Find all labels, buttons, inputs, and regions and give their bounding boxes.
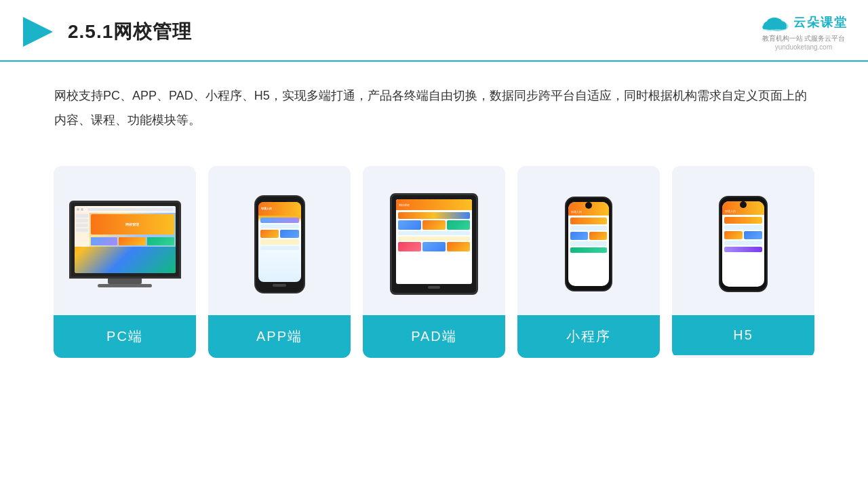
pc-body: 网校管理 [75,213,176,247]
mini-phone-punch [585,202,592,209]
phone-grid-item-2 [280,230,299,238]
mini-phone-body-1 [568,216,609,255]
mini-phone-mockup-2: 职通人的 [719,196,768,292]
description: 网校支持PC、APP、PAD、小程序、H5，实现多端打通，产品各终端自由切换，数… [0,62,868,139]
card-miniprogram-image: 职通人的 [517,166,660,315]
tablet-mockup: 网校课程 [390,193,478,295]
tablet-grid-item-5 [422,242,446,251]
phone-row-2 [260,224,299,228]
phone-screen-title: 职通人的 [261,207,272,210]
card-pad-image: 网校课程 [363,166,505,315]
card-miniprogram: 职通人的 小程序 [517,166,660,358]
card-pad-label: PAD端 [363,315,505,358]
pc-screen-inner: 网校管理 [75,206,176,273]
pc-grid-item [147,237,174,245]
card-pc: 网校管理 PC端 [54,166,196,358]
mini-row-2 [570,241,607,246]
pc-hero-text: 网校管理 [125,222,139,226]
pc-sidebar-item [76,228,88,232]
pc-nav-bar [87,208,174,211]
cards-container: 网校管理 PC端 [0,146,868,358]
mini-row-3 [724,225,762,230]
mini-screen-title-2: 职通人的 [725,209,736,213]
logo-text: 云朵课堂 [793,14,848,30]
pc-nav [75,206,176,213]
tablet-grid-item-2 [422,220,446,230]
pc-nav-dot-2 [81,208,83,211]
logo-url: yunduoketang.com [775,43,833,51]
tablet-row-3 [398,237,470,241]
pc-grid-item [91,237,118,245]
tablet-grid-item-4 [398,242,421,251]
pc-sidebar-item [76,214,88,218]
phone-screen: 职通人的 [258,202,301,282]
tablet-grid-2 [398,242,470,251]
logo-tagline: 教育机构一站 式服务云平台 [762,34,846,43]
tablet-body [396,210,472,253]
cloud-logo-icon [760,12,789,33]
svg-marker-0 [23,17,53,47]
play-icon [20,14,56,49]
mini-grid-1 [570,232,607,240]
tablet-row [398,212,470,219]
phone-row-3 [260,239,299,245]
pc-grid [90,236,176,247]
card-pad: 网校课程 [363,166,505,358]
phone-grid-item-1 [260,230,279,238]
phone-row-1 [260,218,299,223]
card-app-label: APP端 [208,315,351,358]
card-pc-label: PC端 [54,315,196,358]
tablet-screen: 网校课程 [396,199,472,284]
pc-grid-item [119,237,146,245]
phone-row-4 [260,246,299,250]
tablet-grid-item-1 [398,220,421,230]
mini-row-4 [724,241,762,245]
mini-row-purple [724,247,762,252]
card-pc-image: 网校管理 [54,166,196,315]
pc-sidebar-item [76,219,88,222]
mini-row-green [570,247,607,253]
phone-screen-header: 职通人的 [258,202,301,216]
mini-phone-screen-1: 职通人的 [568,202,609,286]
pc-sidebar-item [76,224,88,227]
pc-stand [108,279,142,284]
phone-screen-body [258,216,301,252]
page-title: 2.5.1网校管理 [68,19,192,45]
tablet-header-text: 网校课程 [399,203,410,207]
mini-grid-item-3 [724,231,743,239]
card-app-image: 职通人的 [208,166,351,315]
phone-mockup: 职通人的 [254,195,305,293]
mini-phone-punch-2 [740,201,747,208]
pc-sidebar [75,213,90,247]
phone-home-btn [273,284,286,287]
header-left: 2.5.1网校管理 [20,14,192,49]
pc-base [98,284,152,287]
mini-grid-item-4 [744,231,762,239]
tablet-row-2 [398,231,470,235]
tablet-grid [398,220,470,230]
mini-row-orange-2 [724,217,762,224]
pc-hero: 网校管理 [91,214,174,235]
tablet-home-btn [428,286,440,289]
mini-phone-body-2 [722,215,764,254]
mini-row-orange-1 [570,218,607,224]
mini-grid-item-1 [570,232,588,240]
mini-phone-screen-2: 职通人的 [722,201,764,287]
phone-grid [260,230,299,238]
logo-cloud: 云朵课堂 [760,12,848,33]
card-h5-label: H5 [672,315,814,355]
card-h5: 职通人的 H5 [672,166,814,358]
mini-grid-2 [724,231,762,239]
card-app: 职通人的 APP端 [208,166,351,358]
pc-main: 网校管理 [90,213,176,247]
header: 2.5.1网校管理 云朵课堂 教育机构一站 式服务云平台 yunduoketan… [0,0,868,62]
tablet-grid-item-6 [447,242,470,251]
mini-grid-item-2 [589,232,607,240]
tablet-header: 网校课程 [396,199,472,210]
mini-phone-mockup-1: 职通人的 [565,197,612,291]
logo-area: 云朵课堂 教育机构一站 式服务云平台 yunduoketang.com [760,12,848,51]
pc-mockup: 网校管理 [64,201,186,287]
card-h5-image: 职通人的 [672,166,814,315]
svg-rect-7 [762,25,786,29]
pc-screen-outer: 网校管理 [69,201,181,279]
